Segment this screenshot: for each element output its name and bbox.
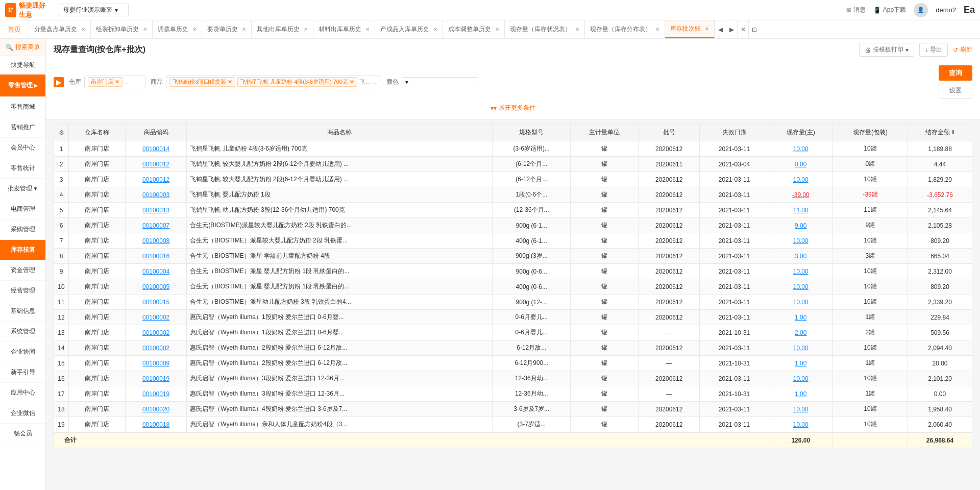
settings-btn[interactable]: 设置 (939, 83, 972, 99)
tab-材料出库单历史[interactable]: 材料出库单历史 ✕ (313, 20, 375, 38)
print-btn[interactable]: 🖨 按模板打印 ▾ (859, 43, 914, 57)
code-link[interactable]: 00100013 (142, 207, 169, 214)
tab-现存量库存状况表[interactable]: 现存量（库存状况表） ✕ (505, 20, 585, 38)
tab-close-9[interactable]: ✕ (655, 27, 659, 32)
code-link[interactable]: 00100004 (142, 268, 169, 275)
sidebar-item-会员中心[interactable]: 会员中心 (0, 138, 45, 158)
qty-link[interactable]: 10.00 (793, 283, 808, 290)
tab-close-10[interactable]: ✕ (705, 26, 709, 32)
qty-link[interactable]: 10.00 (793, 345, 808, 352)
sidebar-item-基础信息[interactable]: 基础信息 (0, 301, 45, 322)
qty-link[interactable]: 1.00 (795, 360, 806, 367)
export-btn[interactable]: ↓ 导出 (919, 43, 948, 57)
sidebar-item-库存核算[interactable]: 库存核算 (0, 240, 45, 260)
code-link[interactable]: 00100019 (142, 390, 169, 398)
tab-close-8[interactable]: ✕ (575, 27, 579, 32)
tab-close-4[interactable]: ✕ (304, 27, 308, 32)
qty-link[interactable]: -39.00 (792, 191, 810, 199)
warehouse-filter[interactable]: 南岸门店 ✕ ... (84, 76, 145, 88)
sidebar-item-畅会员[interactable]: 畅会员 (0, 424, 45, 444)
code-link[interactable]: 00100015 (142, 299, 169, 306)
sidebar-search[interactable]: 🔍 搜索菜单 (0, 39, 45, 56)
qty-link[interactable]: 11.00 (793, 207, 808, 214)
qty-link[interactable]: 1.00 (795, 390, 806, 398)
sidebar-item-经营管理[interactable]: 经营管理 (0, 281, 45, 301)
tab-close-0[interactable]: ✕ (81, 27, 85, 32)
message-btn[interactable]: ✉ 消息 (846, 6, 866, 14)
sidebar-item-应用中心[interactable]: 应用中心 (0, 383, 45, 403)
sidebar-item-资金管理[interactable]: 资金管理 (0, 260, 45, 281)
product-filter[interactable]: 飞鹤奶粉3段四罐提装 ✕ 飞鹤星飞帆 儿童奶粉 4段(3-6岁适用) 700克 … (166, 76, 381, 88)
tab-settings-btn[interactable]: ⊡ (748, 20, 760, 38)
tab-要货单历史[interactable]: 要货单历史 ✕ (202, 20, 252, 38)
code-link[interactable]: 00100016 (142, 253, 169, 260)
code-link[interactable]: 00100002 (142, 314, 169, 321)
col-settings-icon[interactable]: ⚙ (57, 129, 65, 137)
code-link[interactable]: 00100019 (142, 375, 169, 382)
sidebar-item-系统管理[interactable]: 系统管理 (0, 322, 45, 342)
tab-成本调整单历史[interactable]: 成本调整单历史 ✕ (443, 20, 505, 38)
qty-link[interactable]: 10.00 (793, 299, 808, 306)
product-tag-close-0[interactable]: ✕ (228, 79, 232, 85)
sidebar-item-采购管理[interactable]: 采购管理 (0, 219, 45, 240)
qty-link[interactable]: 2.00 (795, 329, 806, 336)
tab-close-7[interactable]: ✕ (495, 27, 499, 32)
qty-link[interactable]: 10.00 (793, 145, 808, 153)
tab-home[interactable]: 首页 (0, 20, 29, 38)
tab-close-6[interactable]: ✕ (433, 27, 437, 32)
app-download-btn[interactable]: 📱 App下载 (873, 6, 906, 14)
qty-link[interactable]: 3.00 (795, 253, 806, 260)
sidebar-item-企业协同[interactable]: 企业协同 (0, 342, 45, 362)
tab-close-1[interactable]: ✕ (143, 27, 147, 32)
expand-arrow-btn[interactable]: ▶ (54, 77, 64, 87)
tab-组装拆卸单历史[interactable]: 组装拆卸单历史 ✕ (91, 20, 153, 38)
tab-现存量库存分布表[interactable]: 现存量（库存分布表） ✕ (585, 20, 665, 38)
sidebar-item-新手引导[interactable]: 新手引导 (0, 362, 45, 383)
sidebar-item-企业微信[interactable]: 企业微信 (0, 403, 45, 424)
sidebar-item-零售管理[interactable]: 零售管理 ▶ (0, 75, 45, 97)
product-tag-close-1[interactable]: ✕ (350, 79, 354, 85)
qty-link[interactable]: 0.00 (795, 161, 806, 168)
qty-link[interactable]: 1.00 (795, 314, 806, 321)
code-link[interactable]: 00100002 (142, 329, 169, 336)
code-link[interactable]: 00100003 (142, 191, 169, 199)
code-link[interactable]: 00100018 (142, 421, 169, 428)
sidebar-item-电商管理[interactable]: 电商管理 (0, 199, 45, 219)
expand-more-btn[interactable]: ▾▾ 展开更多条件 (54, 101, 972, 115)
industry-select[interactable]: 母婴行业演示账套 ▾ (59, 4, 129, 16)
tab-close-all-btn[interactable]: ✕ (737, 20, 748, 38)
code-link[interactable]: 00100007 (142, 222, 169, 229)
code-link[interactable]: 00100008 (142, 237, 169, 244)
color-filter[interactable]: ▾ (402, 77, 478, 87)
code-link[interactable]: 00100009 (142, 360, 169, 367)
avatar[interactable]: 👤 (914, 3, 928, 17)
code-link[interactable]: 00100005 (142, 283, 169, 290)
tab-其他出库单历史[interactable]: 其他出库单历史 ✕ (252, 20, 313, 38)
code-link[interactable]: 00100014 (142, 145, 169, 153)
sidebar-item-批发管理[interactable]: 批发管理 ▼ (0, 179, 45, 199)
tab-close-3[interactable]: ✕ (242, 27, 246, 32)
qty-link[interactable]: 10.00 (793, 406, 808, 413)
tab-close-2[interactable]: ✕ (192, 27, 197, 32)
warehouse-tag-close[interactable]: ✕ (115, 79, 119, 85)
qty-link[interactable]: 10.00 (793, 375, 808, 382)
sidebar-item-零售统计[interactable]: 零售统计 (0, 158, 45, 179)
sidebar-quick-nav[interactable]: 快捷导航 (0, 56, 45, 75)
query-btn[interactable]: 查询 (939, 65, 972, 81)
sidebar-item-零售商城[interactable]: 零售商城 (0, 97, 45, 117)
qty-link[interactable]: 10.00 (793, 268, 808, 275)
tab-分量盘点单历史[interactable]: 分量盘点单历史 ✕ (29, 20, 91, 38)
tab-close-5[interactable]: ✕ (365, 27, 370, 32)
tab-调拨单历史[interactable]: 调拨单历史 ✕ (153, 20, 202, 38)
refresh-btn[interactable]: ↺ 刷新 (953, 45, 972, 54)
sidebar-item-营销推广[interactable]: 营销推广 (0, 117, 45, 138)
code-link[interactable]: 00100020 (142, 406, 169, 413)
qty-link[interactable]: 10.00 (793, 421, 808, 428)
tab-库存批次账[interactable]: 库存批次账 ✕ (665, 20, 715, 38)
qty-link[interactable]: 9.00 (795, 222, 806, 229)
code-link[interactable]: 00100012 (142, 161, 169, 168)
code-link[interactable]: 00100012 (142, 176, 169, 183)
tab-产成品入库单历史[interactable]: 产成品入库单历史 ✕ (375, 20, 443, 38)
qty-link[interactable]: 10.00 (793, 237, 808, 244)
code-link[interactable]: 00100002 (142, 345, 169, 352)
